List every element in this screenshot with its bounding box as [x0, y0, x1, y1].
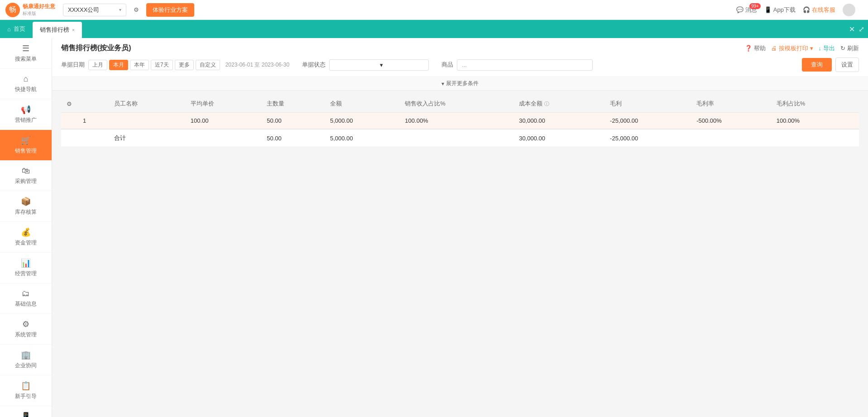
finance-icon: 💰 [21, 227, 31, 237]
export-button[interactable]: ↓ 导出 [819, 44, 835, 53]
chevron-down-icon: ▾ [441, 81, 444, 87]
sidebar-item-operation-label: 经营管理 [15, 270, 37, 278]
col-profit-rate: 毛利率 [691, 95, 771, 113]
col-settings[interactable]: ⚙ [61, 95, 77, 113]
sidebar-item-app-center[interactable]: 📱 应用中心 [0, 406, 52, 417]
sidebar-item-inventory[interactable]: 📦 库存核算 [0, 191, 52, 222]
tab-bar: ⌂ 首页 销售排行榜 × ✕ ⤢ [0, 20, 868, 38]
sidebar-item-system[interactable]: ⚙ 系统管理 [0, 314, 52, 345]
home-nav-icon: ⌂ [24, 74, 29, 84]
print-button[interactable]: 🖨 按模板打印 ▾ [771, 44, 813, 53]
sidebar-item-enterprise[interactable]: 🏢 企业协同 [0, 345, 52, 375]
export-label: 导出 [823, 44, 835, 53]
sidebar-item-guide[interactable]: 📋 新手引导 [0, 375, 52, 406]
status-select[interactable]: ▾ [329, 59, 429, 71]
goods-filter-label: 商品 [441, 61, 453, 69]
online-service-button[interactable]: 🎧 在线客服 [803, 6, 835, 14]
goods-input[interactable]: ... [457, 59, 593, 71]
sidebar: ☰ 搜索菜单 ⌂ 快捷导航 📢 营销推广 🛒 销售管理 🛍 采购管理 📦 库存核… [0, 38, 52, 417]
help-button[interactable]: ❓ 帮助 [745, 44, 766, 53]
tab-home-label: 首页 [14, 25, 25, 33]
footer-cost: 30,000.00 [513, 129, 604, 147]
service-label: 在线客服 [812, 6, 835, 14]
date-btn-this-month[interactable]: 本月 [109, 60, 128, 70]
date-btn-more[interactable]: 更多 [175, 60, 194, 70]
tab-active-label: 销售排行榜 [40, 26, 69, 34]
sidebar-item-finance[interactable]: 💰 资金管理 [0, 222, 52, 253]
maximize-icon[interactable]: ⤢ [858, 25, 864, 34]
sidebar-item-basic-info-label: 基础信息 [15, 300, 37, 308]
company-name: XXXXX公司 [68, 6, 116, 14]
trial-button[interactable]: 体验行业方案 [146, 3, 194, 17]
date-btn-this-year[interactable]: 本年 [130, 60, 149, 70]
cell-rank: 1 [77, 113, 109, 129]
sales-ranking-table: ⚙ 员工名称 平均单价 主数量 全额 销售收入占比% 成本全额 ⓘ 毛利 毛利率… [61, 95, 859, 147]
marketing-icon: 📢 [21, 105, 31, 115]
close-all-icon[interactable]: ✕ [849, 25, 855, 34]
company-selector[interactable]: XXXXX公司 ▾ [63, 4, 126, 16]
export-icon: ↓ [819, 45, 822, 52]
tab-close-icon[interactable]: × [72, 27, 75, 33]
col-profit: 毛利 [604, 95, 691, 113]
footer-empty-2 [77, 129, 109, 147]
col-name: 员工名称 [109, 95, 185, 113]
expand-more-button[interactable]: ▾ 展开更多条件 [441, 80, 479, 87]
sales-icon: 🛒 [21, 135, 31, 145]
status-select-chevron: ▾ [380, 62, 424, 68]
enterprise-icon: 🏢 [21, 350, 31, 360]
filter-area: 单据日期 上月 本月 本年 近7天 更多 自定义 2023-06-01 至 20… [52, 53, 868, 77]
print-chevron-icon: ▾ [810, 45, 813, 52]
sidebar-item-quick-nav-label: 快捷导航 [15, 86, 37, 93]
page-header: 销售排行榜(按业务员) ❓ 帮助 🖨 按模板打印 ▾ ↓ 导出 ↻ 刷新 [52, 38, 868, 53]
sidebar-item-marketing[interactable]: 📢 营销推广 [0, 99, 52, 130]
table-settings-button[interactable]: 设置 [835, 58, 859, 72]
sidebar-item-operation[interactable]: 📊 经营管理 [0, 253, 52, 283]
sidebar-item-search[interactable]: ☰ 搜索菜单 [0, 38, 52, 69]
logo-area: 畅 畅康通好生意 标准版 [5, 3, 58, 17]
tab-home[interactable]: ⌂ 首页 [0, 20, 33, 38]
settings-icon[interactable]: ⚙ [130, 4, 143, 16]
refresh-icon: ↻ [840, 45, 845, 52]
query-button[interactable]: 查询 [802, 58, 832, 72]
date-btn-custom[interactable]: 自定义 [196, 60, 220, 70]
footer-empty-1 [61, 129, 77, 147]
cell-avg-price: 100.00 [185, 113, 262, 129]
help-label: 帮助 [754, 44, 766, 53]
message-button[interactable]: 💬 消息 99+ [736, 6, 757, 14]
footer-profit-rate [691, 129, 771, 147]
sidebar-item-finance-label: 资金管理 [15, 239, 37, 247]
col-rank [77, 95, 109, 113]
tab-bar-right: ✕ ⤢ [849, 20, 868, 38]
cell-amount: 5,000.00 [325, 113, 399, 129]
date-buttons: 上月 本月 本年 近7天 更多 自定义 [88, 60, 220, 70]
table-footer-row: 合计 50.00 5,000.00 30,000.00 -25,000.00 [61, 129, 859, 147]
app-center-icon: 📱 [21, 412, 31, 417]
col-sales-ratio: 销售收入占比% [399, 95, 513, 113]
sidebar-item-sales[interactable]: 🛒 销售管理 [0, 130, 52, 161]
message-badge: 99+ [749, 3, 761, 9]
avatar [843, 4, 855, 16]
sidebar-item-basic-info[interactable]: 🗂 基础信息 [0, 283, 52, 314]
cell-name [109, 113, 185, 129]
app-download-button[interactable]: 📱 App下载 [764, 6, 796, 14]
footer-label: 合计 [109, 129, 185, 147]
sidebar-item-search-label: 搜索菜单 [15, 55, 37, 63]
date-btn-7days[interactable]: 近7天 [151, 60, 173, 70]
filter-row-1: 单据日期 上月 本月 本年 近7天 更多 自定义 2023-06-01 至 20… [61, 58, 859, 72]
sidebar-item-marketing-label: 营销推广 [15, 116, 37, 124]
operation-icon: 📊 [21, 258, 31, 268]
sidebar-item-sales-label: 销售管理 [15, 147, 37, 155]
tab-sales-ranking[interactable]: 销售排行榜 × [33, 22, 82, 38]
refresh-button[interactable]: ↻ 刷新 [840, 44, 859, 53]
cost-info-icon: ⓘ [544, 101, 549, 106]
sidebar-item-purchase[interactable]: 🛍 采购管理 [0, 161, 52, 191]
sidebar-item-quick-nav[interactable]: ⌂ 快捷导航 [0, 69, 52, 99]
logo-subtitle: 标准版 [23, 10, 55, 17]
content-area: 销售排行榜(按业务员) ❓ 帮助 🖨 按模板打印 ▾ ↓ 导出 ↻ 刷新 [52, 38, 868, 417]
date-btn-last-month[interactable]: 上月 [88, 60, 107, 70]
inventory-icon: 📦 [21, 197, 31, 206]
cell-profit-rate: -500.00% [691, 113, 771, 129]
cell-qty: 50.00 [261, 113, 325, 129]
table-row: 1 100.00 50.00 5,000.00 100.00% 30,000.0… [61, 113, 859, 129]
sidebar-item-system-label: 系统管理 [15, 331, 37, 339]
